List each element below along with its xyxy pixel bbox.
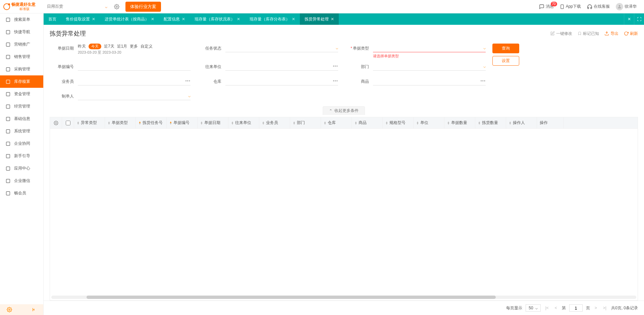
department-select[interactable]: ⌵ (373, 62, 486, 71)
close-icon[interactable]: ✕ (237, 17, 240, 21)
close-icon[interactable]: ✕ (331, 17, 334, 21)
page-input[interactable] (569, 304, 583, 312)
user-menu[interactable]: 徐泽华 (616, 3, 637, 10)
sidebar-item[interactable]: 基础信息 (0, 113, 43, 125)
close-icon[interactable]: ✕ (92, 17, 95, 21)
collapse-sidebar-icon[interactable] (31, 307, 37, 312)
sidebar-item[interactable]: 搜索菜单 (0, 13, 43, 26)
column-header[interactable]: ▲▼拣货任务号 (136, 117, 167, 128)
date-quick-option[interactable]: 近7天 (104, 44, 114, 49)
sidebar-item[interactable]: 库存核算 (0, 75, 43, 88)
partner-lookup[interactable]: ••• (225, 62, 338, 71)
horizontal-scrollbar[interactable] (51, 296, 636, 299)
doc-type-error: 请选择单据类型 (373, 54, 486, 59)
sidebar-item[interactable]: 快捷导航 (0, 26, 43, 38)
column-header[interactable]: ▲▼业务员 (259, 117, 290, 128)
doc-type-select[interactable]: ⌵ (373, 44, 486, 52)
fullscreen-button[interactable] (634, 13, 644, 25)
maker-select[interactable]: ⌵ (78, 91, 191, 100)
sidebar-item[interactable]: 经营管理 (0, 100, 43, 113)
tab[interactable]: 拣货异常处理✕ (300, 13, 339, 25)
sidebar-item[interactable]: 资金管理 (0, 88, 43, 100)
per-page-select[interactable]: 50 ⌵ (526, 304, 540, 312)
goods-lookup[interactable]: ••• (373, 77, 486, 85)
doc-no-input[interactable] (78, 62, 191, 71)
tab[interactable]: 现存量（库存分布表）✕ (245, 13, 300, 25)
column-label: 部门 (297, 120, 305, 126)
batch-edit-button[interactable]: 一键修改 (550, 31, 572, 37)
date-quick-option[interactable]: 昨天 (78, 44, 86, 49)
org-selector[interactable]: 日用百货 ⌵ (44, 4, 111, 9)
column-header[interactable]: ▲▼单据数量 (444, 117, 475, 128)
close-icon[interactable]: ✕ (292, 17, 295, 21)
column-header[interactable]: ▲▼异常类型 (74, 117, 105, 128)
column-header[interactable]: ▲▼部门 (290, 117, 321, 128)
tab[interactable]: 首页 (44, 13, 61, 25)
gear-icon[interactable] (7, 307, 12, 312)
tab[interactable]: 售价提取设置✕ (61, 13, 100, 25)
logo-subtitle: 标准版 (19, 7, 36, 11)
topbar: 畅捷通好生意 标准版 日用百货 ⌵ 体验行业方案 消息 70 App下载 在线客… (0, 0, 644, 13)
filter-department: 部门 ⌵ (345, 62, 486, 73)
date-quick-option[interactable]: 近1月 (117, 44, 127, 49)
column-header[interactable]: ▲▼操作人 (506, 117, 537, 128)
column-header[interactable]: ▲▼拣货数量 (475, 117, 506, 128)
sort-icon: ▲▼ (77, 121, 79, 125)
operator-lookup[interactable]: ••• (78, 77, 191, 85)
first-page-button[interactable]: |< (544, 306, 550, 310)
refresh-button[interactable]: 刷新 (624, 31, 638, 37)
date-quick-option[interactable]: 自定义 (141, 44, 153, 49)
date-quick-option[interactable]: 今天 (89, 44, 101, 49)
last-page-button[interactable]: >| (602, 306, 608, 310)
tab[interactable]: 现存量（库存状况表）✕ (190, 13, 245, 25)
column-header[interactable]: ▲▼规格型号 (383, 117, 414, 128)
task-status-select[interactable]: ⌵ (225, 44, 338, 52)
tab[interactable]: 进货单统计表（按商品）✕ (100, 13, 159, 25)
app-download-button[interactable]: App下载 (560, 4, 581, 9)
sidebar-item[interactable]: 销售管理 (0, 51, 43, 63)
scrollbar-thumb[interactable] (87, 296, 496, 299)
next-page-button[interactable]: > (593, 306, 598, 310)
close-icon[interactable]: ✕ (182, 17, 185, 21)
settings-button[interactable]: 设置 (492, 56, 519, 66)
column-header[interactable]: ▲▼单据类型 (105, 117, 136, 128)
column-header[interactable]: ▲▼单据编号 (167, 117, 198, 128)
sort-icon: ▲▼ (200, 121, 203, 125)
mark-known-button[interactable]: 标记已知 (578, 31, 599, 37)
column-header[interactable]: 操作 (537, 117, 564, 128)
online-service-button[interactable]: 在线客服 (587, 4, 610, 9)
sidebar-item[interactable]: 企业协同 (0, 137, 43, 150)
close-all-tabs-button[interactable]: ✕ (624, 13, 634, 25)
column-header[interactable]: ▲▼往来单位 (228, 117, 259, 128)
export-button[interactable]: 导出 (604, 31, 619, 37)
select-all-checkbox[interactable] (62, 117, 74, 128)
search-button[interactable]: 查询 (492, 44, 519, 53)
close-icon[interactable]: ✕ (151, 17, 154, 21)
date-quick-option[interactable]: 更多 (130, 44, 138, 49)
column-header[interactable]: ▲▼单据日期 (198, 117, 228, 128)
sidebar-item[interactable]: 系统管理 (0, 125, 43, 137)
column-header[interactable]: ▲▼商品 (352, 117, 383, 128)
tab-label: 首页 (48, 16, 56, 22)
tab[interactable]: 配置信息✕ (159, 13, 190, 25)
menu-icon (5, 153, 11, 159)
svg-point-21 (55, 122, 57, 124)
sidebar-item[interactable]: 新手引导 (0, 150, 43, 162)
table-settings-icon[interactable] (50, 117, 62, 128)
collapse-filters-button[interactable]: ⌃ 收起更多条件 (323, 106, 365, 115)
settings-icon[interactable] (111, 4, 123, 9)
industry-plan-button[interactable]: 体验行业方案 (125, 2, 161, 12)
sidebar-item[interactable]: 畅会员 (0, 187, 43, 199)
column-header[interactable]: ▲▼仓库 (321, 117, 352, 128)
menu-icon (5, 42, 11, 47)
sidebar-item[interactable]: 企业微信 (0, 175, 43, 187)
sidebar-item[interactable]: 应用中心 (0, 162, 43, 175)
column-header[interactable]: ▲▼单位 (414, 117, 444, 128)
messages-button[interactable]: 消息 70 (539, 4, 554, 9)
sidebar-item-label: 采购管理 (14, 66, 30, 72)
prev-page-button[interactable]: < (553, 306, 558, 310)
sidebar-item[interactable]: 营销推广 (0, 38, 43, 51)
warehouse-lookup[interactable]: ••• (225, 77, 338, 85)
sidebar-item[interactable]: 采购管理 (0, 63, 43, 75)
filter-maker: 制单人 ⌵ (50, 91, 191, 103)
